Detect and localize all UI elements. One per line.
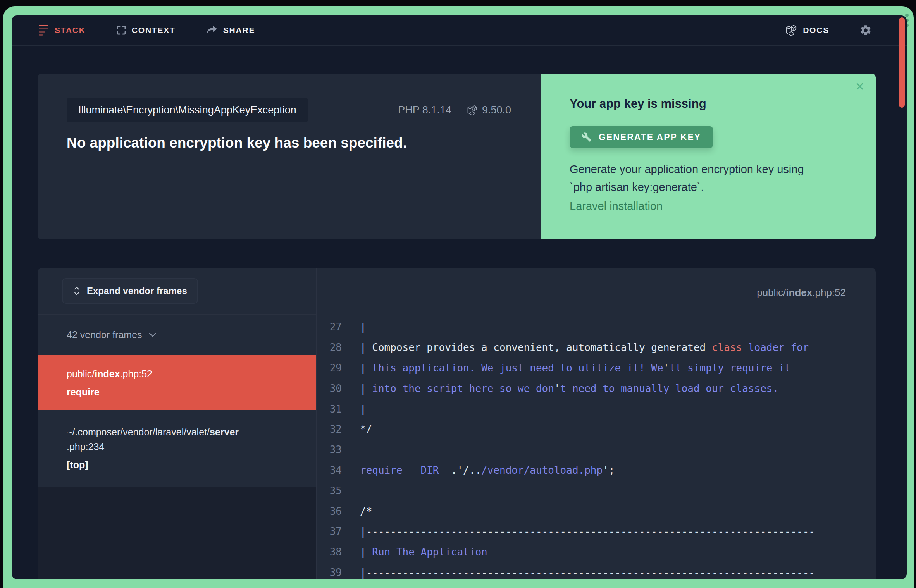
solution-description-line2: `php artisan key:generate`. (570, 178, 804, 196)
gear-icon (859, 24, 872, 36)
solution-panel: × Your app key is missing GENERATE APP K… (541, 74, 876, 239)
frame-dot (905, 14, 909, 17)
tab-context-label: CONTEXT (132, 26, 176, 35)
error-summary-row: Illuminate\Encryption\MissingAppKeyExcep… (38, 74, 876, 239)
tab-context[interactable]: CONTEXT (117, 26, 176, 35)
top-nav: STACK CONTEXT (12, 15, 907, 46)
docs-label: DOCS (803, 26, 829, 35)
generate-app-key-label: GENERATE APP KEY (599, 132, 701, 143)
line-code: | into the script here so we don't need … (360, 383, 778, 394)
line-code: require __DIR__.'/../vendor/autoload.php… (360, 464, 615, 476)
vendor-frames-collapse[interactable]: 42 vendor frames (38, 315, 316, 355)
line-code: /* (360, 505, 372, 517)
main-panel: STACK CONTEXT (12, 15, 907, 579)
code-line: 31| (317, 399, 876, 419)
code-line: 39|-------------------------------------… (317, 562, 876, 579)
frames-list: public/index.php:52require~/.composer/ve… (38, 355, 316, 487)
unfold-chevrons-icon (73, 286, 81, 296)
generate-app-key-button[interactable]: GENERATE APP KEY (570, 126, 713, 148)
code-header: public/index.php:52 (317, 268, 876, 317)
code-line: 29| this application. We just need to ut… (317, 358, 876, 378)
stack-frame[interactable]: ~/.composer/vendor/laravel/valet/server.… (38, 410, 316, 487)
tab-stack[interactable]: STACK (39, 25, 86, 36)
line-number: 38 (317, 546, 342, 558)
solution-description: Generate your application encryption key… (570, 160, 804, 196)
line-number: 39 (317, 567, 342, 578)
laravel-version-icon (467, 105, 477, 116)
solution-description-line1: Generate your application encryption key… (570, 160, 804, 178)
laravel-logo-icon (785, 24, 797, 36)
tab-share-label: SHARE (223, 26, 255, 35)
solution-title: Your app key is missing (570, 97, 706, 111)
page-background-frame: STACK CONTEXT (3, 6, 914, 588)
laravel-installation-link[interactable]: Laravel installation (570, 200, 663, 213)
line-number: 31 (317, 403, 342, 415)
error-summary-card: Illuminate\Encryption\MissingAppKeyExcep… (38, 74, 541, 239)
line-code: | (360, 321, 366, 333)
chevron-down-icon (149, 333, 156, 337)
code-line: 37|-------------------------------------… (317, 521, 876, 542)
share-arrow-icon (207, 26, 217, 35)
expand-vendor-frames-row: Expand vendor frames (38, 268, 316, 315)
line-number: 36 (317, 505, 342, 517)
tab-stack-label: STACK (55, 26, 86, 35)
expand-vendor-frames-label: Expand vendor frames (87, 285, 187, 296)
line-number: 35 (317, 485, 342, 497)
error-message: No application encryption key has been s… (67, 134, 407, 152)
line-number: 34 (317, 464, 342, 476)
code-header-path: public/index.php:52 (757, 287, 846, 299)
code-line: 28| Composer provides a convenient, auto… (317, 337, 876, 358)
frames-list-end (38, 487, 316, 579)
exception-class-badge: Illuminate\Encryption\MissingAppKeyExcep… (67, 98, 308, 122)
line-code: |---------------------------------------… (360, 567, 815, 578)
line-number: 37 (317, 526, 342, 537)
laravel-version-number: 9.50.0 (482, 104, 511, 116)
ignition-error-page: STACK CONTEXT (0, 0, 916, 588)
vendor-frames-label: 42 vendor frames (67, 329, 142, 340)
code-column: public/index.php:52 27|28| Composer prov… (317, 268, 876, 579)
close-icon[interactable]: × (853, 77, 866, 96)
code-line: 36/* (317, 501, 876, 521)
php-version: PHP 8.1.14 (398, 104, 451, 116)
line-number: 27 (317, 321, 342, 333)
code-line: 32*/ (317, 419, 876, 440)
context-corners-icon (117, 26, 126, 35)
frame-method: [top] (67, 459, 300, 471)
line-number: 33 (317, 444, 342, 456)
line-number: 29 (317, 362, 342, 374)
stack-frame[interactable]: public/index.php:52require (38, 355, 316, 410)
line-number: 28 (317, 342, 342, 353)
line-code: | (360, 403, 366, 415)
code-lines: 27|28| Composer provides a convenient, a… (317, 317, 876, 579)
frame-path: ~/.composer/vendor/laravel/valet/server.… (67, 425, 300, 454)
line-number: 32 (317, 423, 342, 435)
line-code: | Run The Application (360, 546, 487, 558)
wrench-icon (582, 132, 592, 142)
frame-path: public/index.php:52 (67, 366, 300, 381)
expand-vendor-frames-toggle[interactable]: Expand vendor frames (62, 278, 198, 304)
line-code: */ (360, 423, 372, 435)
code-line: 27| (317, 317, 876, 337)
code-line: 30| into the script here so we don't nee… (317, 378, 876, 399)
code-line: 35 (317, 480, 876, 501)
stack-trace-card: Expand vendor frames 42 vendor frames pu… (38, 268, 876, 579)
line-code: | Composer provides a convenient, automa… (360, 342, 809, 353)
code-line: 38| Run The Application (317, 542, 876, 562)
line-number: 30 (317, 383, 342, 394)
frame-method: require (67, 386, 300, 398)
frames-column: Expand vendor frames 42 vendor frames pu… (38, 268, 317, 579)
settings-button[interactable] (859, 24, 872, 36)
line-code: | this application. We just need to util… (360, 362, 790, 374)
tab-share[interactable]: SHARE (207, 26, 255, 35)
line-code: |---------------------------------------… (360, 526, 815, 537)
docs-link[interactable]: DOCS (785, 24, 829, 36)
code-line: 34require __DIR__.'/../vendor/autoload.p… (317, 460, 876, 481)
scrollbar-thumb[interactable] (899, 17, 905, 108)
stack-lines-icon (39, 25, 49, 36)
code-line: 33 (317, 440, 876, 460)
laravel-version: 9.50.0 (467, 104, 511, 116)
